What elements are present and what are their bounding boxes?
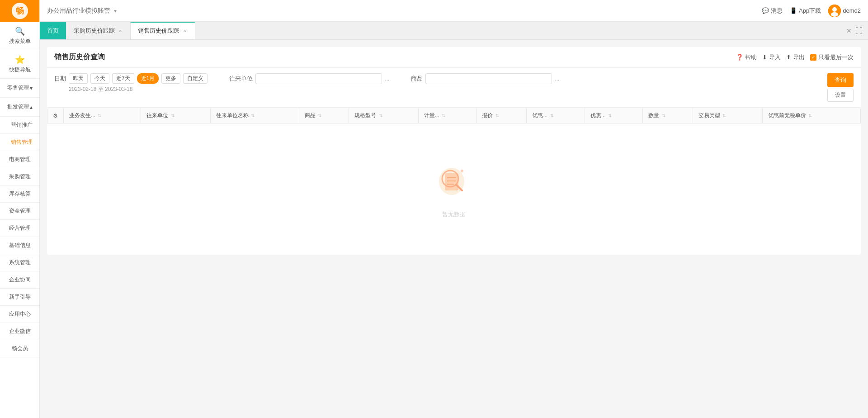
sort-icon-quote: ⇅ <box>495 113 499 118</box>
date-btn-1month[interactable]: 近1月 <box>137 73 159 84</box>
date-btn-custom[interactable]: 自定义 <box>183 73 208 84</box>
sidebar: 畅 🔍 搜索菜单 ⭐ 快捷导航 零售管理 ▾ 批发管理 ▴ 营销推广 销售管理 … <box>0 0 40 418</box>
col-unit[interactable]: 计量... ⇅ <box>418 108 476 124</box>
table-header: ⚙ 业务发生... ⇅ 往来单位 ⇅ 往来单位名称 <box>47 108 861 124</box>
sidebar-item-retail[interactable]: 零售管理 ▾ <box>0 79 39 98</box>
search-icon: 🔍 <box>15 26 25 36</box>
topbar-right: 💬 消息 📱 App下载 demo2 <box>762 5 861 17</box>
sidebar-item-purchase[interactable]: 采购管理 <box>0 168 39 185</box>
sort-icon-product: ⇅ <box>318 113 321 118</box>
logo-area[interactable]: 畅 <box>0 0 39 22</box>
purchase-history-tab-label: 采购历史价跟踪 <box>74 27 115 35</box>
sidebar-item-search[interactable]: 🔍 搜索菜单 <box>0 22 39 50</box>
sidebar-item-sales[interactable]: 销售管理 <box>0 134 39 151</box>
message-button[interactable]: 💬 消息 <box>762 7 783 15</box>
svg-point-4 <box>831 12 838 17</box>
col-partner-code[interactable]: 往来单位 ⇅ <box>141 108 210 124</box>
topbar-title: 办公用品行业模拟账套 <box>47 7 110 15</box>
col-trade-type[interactable]: 交易类型 ⇅ <box>693 108 762 124</box>
sidebar-item-guide[interactable]: 新手引导 <box>0 289 39 306</box>
col-pre-tax-price[interactable]: 优惠前无税单价 ⇅ <box>762 108 860 124</box>
partner-label: 往来单位 <box>229 75 253 83</box>
sidebar-menu: 🔍 搜索菜单 ⭐ 快捷导航 零售管理 ▾ 批发管理 ▴ 营销推广 销售管理 电商… <box>0 22 39 418</box>
sort-icon-spec: ⇅ <box>379 113 382 118</box>
date-btn-7days[interactable]: 近7天 <box>112 73 134 84</box>
date-label: 日期 <box>54 75 66 83</box>
date-btn-yesterday[interactable]: 昨天 <box>69 73 88 84</box>
help-icon: ❓ <box>736 54 743 61</box>
product-label: 商品 <box>411 75 423 83</box>
tab-sales-history[interactable]: 销售历史价跟踪 × <box>131 22 195 39</box>
sidebar-item-ecommerce[interactable]: 电商管理 <box>0 151 39 168</box>
import-button[interactable]: ⬇ 导入 <box>762 53 781 62</box>
table-settings-col: ⚙ <box>47 108 64 124</box>
col-quantity[interactable]: 数量 ⇅ <box>643 108 693 124</box>
col-partner-name[interactable]: 往来单位名称 ⇅ <box>210 108 299 124</box>
partner-dots[interactable]: ... <box>385 76 389 82</box>
date-range: 2023-02-18 至 2023-03-18 <box>69 86 132 92</box>
col-business-date[interactable]: 业务发生... ⇅ <box>64 108 141 124</box>
page-actions: ❓ 帮助 ⬇ 导入 ⬆ 导出 ✓ 只看最后一次 <box>736 53 854 62</box>
empty-illustration: ✦ <box>431 160 476 205</box>
export-icon: ⬆ <box>786 54 791 61</box>
app-download-button[interactable]: 📱 App下载 <box>790 7 821 15</box>
sort-icon-pre-tax-price: ⇅ <box>808 113 812 118</box>
sidebar-item-marketing[interactable]: 营销推广 <box>0 117 39 134</box>
page-content: 销售历史价查询 ❓ 帮助 ⬇ 导入 ⬆ 导出 ✓ <box>47 47 861 255</box>
avatar <box>828 5 841 17</box>
message-icon: 💬 <box>762 7 769 14</box>
home-tab-label: 首页 <box>47 27 59 35</box>
col-product[interactable]: 商品 ⇅ <box>299 108 349 124</box>
partner-input[interactable] <box>255 73 382 84</box>
sidebar-item-operations[interactable]: 经营管理 <box>0 220 39 237</box>
svg-text:畅: 畅 <box>16 6 24 15</box>
sidebar-item-wechat[interactable]: 企业微信 <box>0 323 39 340</box>
table-wrap: ⚙ 业务发生... ⇅ 往来单位 ⇅ 往来单位名称 <box>47 108 861 255</box>
import-icon: ⬇ <box>762 54 767 61</box>
setting-button[interactable]: 设置 <box>827 89 854 102</box>
sidebar-item-inventory[interactable]: 库存核算 <box>0 185 39 203</box>
sort-icon-quantity: ⇅ <box>662 113 665 118</box>
tab-home[interactable]: 首页 <box>40 22 66 39</box>
sidebar-item-apps[interactable]: 应用中心 <box>0 306 39 323</box>
sub-header: 销售历史价查询 ❓ 帮助 ⬇ 导入 ⬆ 导出 ✓ <box>47 47 861 68</box>
col-discount1[interactable]: 优惠... ⇅ <box>527 108 585 124</box>
gear-icon[interactable]: ⚙ <box>53 113 58 119</box>
col-spec[interactable]: 规格型号 ⇅ <box>349 108 418 124</box>
tabs-bar: 首页 采购历史价跟踪 × 销售历史价跟踪 × ✕ ⛶ <box>40 22 868 40</box>
mobile-icon: 📱 <box>790 7 797 14</box>
date-btn-today[interactable]: 今天 <box>90 73 109 84</box>
sidebar-item-member[interactable]: 畅会员 <box>0 340 39 357</box>
product-input[interactable] <box>425 73 552 84</box>
sort-icon-business-date: ⇅ <box>98 113 101 118</box>
sidebar-item-wholesale[interactable]: 批发管理 ▴ <box>0 98 39 117</box>
sidebar-item-finance[interactable]: 资金管理 <box>0 203 39 220</box>
svg-text:✦: ✦ <box>459 167 465 175</box>
query-button[interactable]: 查询 <box>827 73 854 87</box>
sort-icon-partner-code: ⇅ <box>171 113 175 118</box>
product-dots[interactable]: ... <box>555 76 559 82</box>
sidebar-item-base[interactable]: 基础信息 <box>0 237 39 254</box>
fullscreen-icon[interactable]: ⛶ <box>855 27 863 35</box>
sidebar-item-quick-nav[interactable]: ⭐ 快捷导航 <box>0 50 39 79</box>
help-button[interactable]: ❓ 帮助 <box>736 53 757 62</box>
page-title: 销售历史价查询 <box>54 52 105 62</box>
chevron-up-icon: ▴ <box>30 104 33 110</box>
topbar-dropdown-icon[interactable]: ▾ <box>114 8 117 14</box>
main-area: 办公用品行业模拟账套 ▾ 💬 消息 📱 App下载 demo2 首页 <box>40 0 868 418</box>
purchase-history-close-icon[interactable]: × <box>118 28 123 34</box>
sidebar-item-system[interactable]: 系统管理 <box>0 254 39 271</box>
user-menu[interactable]: demo2 <box>828 5 861 17</box>
sales-history-close-icon[interactable]: × <box>182 28 187 34</box>
col-quote[interactable]: 报价 ⇅ <box>476 108 527 124</box>
tab-purchase-history[interactable]: 采购历史价跟踪 × <box>66 22 131 39</box>
data-table: ⚙ 业务发生... ⇅ 往来单位 ⇅ 往来单位名称 <box>47 108 861 124</box>
col-discount2[interactable]: 优惠... ⇅ <box>585 108 643 124</box>
export-button[interactable]: ⬆ 导出 <box>786 53 805 62</box>
sales-history-tab-label: 销售历史价跟踪 <box>138 27 179 35</box>
only-last-checkbox[interactable]: ✓ 只看最后一次 <box>810 53 854 62</box>
date-btn-more[interactable]: 更多 <box>161 73 180 84</box>
sidebar-item-cooperation[interactable]: 企业协同 <box>0 271 39 289</box>
content-area: 销售历史价查询 ❓ 帮助 ⬇ 导入 ⬆ 导出 ✓ <box>40 40 868 418</box>
close-tab-icon[interactable]: ✕ <box>846 27 852 34</box>
